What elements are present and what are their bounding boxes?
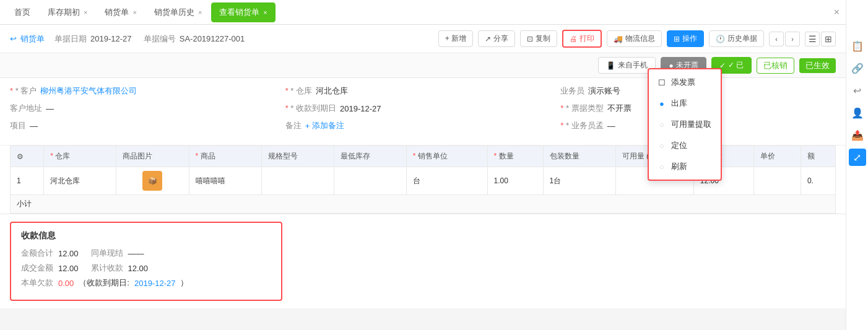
col-settings[interactable]: ⚙ — [11, 146, 44, 167]
warehouse-value: 河北仓库 — [316, 85, 348, 97]
payment-row-2: 成交金额 12.00 累计收款 12.00 — [21, 263, 271, 274]
col-sales-unit: * 销售单位 — [406, 146, 487, 167]
customer-label: * * 客户 — [10, 85, 37, 97]
next-arrow[interactable]: › — [785, 32, 800, 46]
cumulative-value: 12.00 — [128, 264, 149, 273]
same-order-label: 同单现结 — [91, 248, 123, 259]
address-field: 客户地址 — — [10, 103, 285, 114]
customer-field: * * 客户 柳州粤港平安气体有限公司 — [10, 85, 285, 97]
col-product-image: 商品图片 — [116, 146, 189, 167]
tab-sales-history-close[interactable]: × — [198, 9, 202, 16]
plus-icon: + — [305, 121, 310, 131]
tab-view-sales-close[interactable]: × — [263, 9, 267, 16]
circle3-icon: ○ — [658, 141, 666, 150]
truck-icon: 🚚 — [614, 35, 623, 43]
address-value: — — [46, 104, 54, 113]
address-label: 客户地址 — [10, 103, 42, 114]
copy-button[interactable]: ⊡ 复制 — [520, 30, 557, 47]
product-thumbnail: 📦 — [142, 171, 162, 191]
menu-qty-extract[interactable]: ○ 可用量提取 — [649, 114, 721, 135]
ticket-value: 不开票 — [607, 103, 631, 114]
print-button[interactable]: 🖨 打印 — [562, 30, 602, 48]
menu-locate[interactable]: ○ 定位 — [649, 135, 721, 156]
tab-inventory[interactable]: 库存期初 × — [40, 2, 95, 22]
number-label: 单据编号 — [144, 33, 176, 45]
tab-inventory-label: 库存期初 — [48, 7, 80, 18]
subtotal-cell: 小计 — [11, 195, 836, 214]
tab-home[interactable]: 首页 — [6, 2, 38, 22]
logistics-button[interactable]: 🚚 物流信息 — [607, 30, 662, 47]
menu-refresh[interactable]: ○ 刷新 — [649, 156, 721, 177]
doc-actions: + 新增 ↗ 分享 ⊡ 复制 🖨 打印 🚚 物流信息 — [438, 30, 836, 48]
share-button[interactable]: ↗ 分享 — [478, 30, 515, 47]
menu-add-invoice[interactable]: ☐ 添发票 — [649, 72, 721, 93]
bottom-section: 收款信息 金额合计 12.00 同单现结 —— 成交金额 12.00 — [0, 214, 846, 308]
nav-arrows: ‹ › — [769, 32, 800, 46]
tab-sales-close[interactable]: × — [132, 9, 136, 16]
tab-sales-label: 销货单 — [105, 7, 129, 18]
cumulative-label: 累计收款 — [91, 263, 123, 274]
row-index: 1 — [11, 167, 44, 195]
grid-view-btn[interactable]: ⊞ — [821, 32, 836, 46]
row-package-qty: 1台 — [543, 167, 615, 195]
history-button[interactable]: 🕐 历史单据 — [709, 30, 764, 47]
payment-date-value: 2019-12-27 — [340, 104, 381, 113]
transaction-label: 成交金额 — [21, 263, 53, 274]
doc-title-text: 销货单 — [20, 33, 45, 45]
sales-staff-label: * * 业务员孟 — [560, 120, 603, 131]
row-warehouse: 河北仓库 — [44, 167, 116, 195]
customer-value[interactable]: 柳州粤港平安气体有限公司 — [40, 85, 137, 97]
same-order-value: —— — [128, 249, 144, 258]
tab-sales[interactable]: 销货单 × — [97, 2, 144, 22]
total-label: 金额合计 — [21, 248, 53, 259]
new-button[interactable]: + 新增 — [438, 30, 473, 47]
tab-sales-history[interactable]: 销货单历史 × — [146, 2, 210, 22]
effect-badge: 已生效 — [799, 58, 836, 73]
col-amount: 额 — [801, 146, 835, 167]
balance-note: （收款到期日: — [79, 277, 129, 289]
sales-staff-value: — — [607, 121, 615, 131]
list-view-btn[interactable]: ☰ — [805, 32, 820, 46]
same-order-field: 同单现结 —— — [91, 248, 144, 259]
doc-meta: 单据日期 2019-12-27 单据编号 SA-20191227-001 — [54, 33, 245, 45]
print-icon: 🖨 — [570, 35, 577, 43]
circle-icon: ● — [658, 99, 666, 108]
payment-date-label: * * 收款到期日 — [285, 103, 336, 114]
subtotal-label: 小计 — [17, 199, 32, 208]
transaction-field: 成交金额 12.00 — [21, 263, 79, 274]
add-note-button[interactable]: + 添加备注 — [305, 120, 345, 131]
row-min-stock — [334, 167, 406, 195]
tab-home-label: 首页 — [14, 7, 30, 18]
prev-arrow[interactable]: ‹ — [769, 32, 784, 46]
menu-outbound[interactable]: ● 出库 — [649, 93, 721, 114]
row-amount: 0. — [801, 167, 835, 195]
doc-header: ↩ 销货单 单据日期 2019-12-27 单据编号 SA-20191227-0… — [0, 25, 846, 53]
tab-view-sales[interactable]: 查看销货单 × — [211, 2, 275, 22]
menu-locate-label: 定位 — [671, 140, 687, 151]
row-quantity: 1.00 — [487, 167, 543, 195]
date-value: 2019-12-27 — [90, 34, 132, 43]
warehouse-label: * * 仓库 — [285, 85, 312, 97]
tab-inventory-close[interactable]: × — [84, 9, 87, 16]
history-icon: 🕐 — [716, 35, 725, 43]
doc-title-area: ↩ 销货单 — [10, 33, 45, 45]
project-field: 项目 — — [10, 120, 285, 131]
subtotal-row: 小计 — [11, 195, 836, 214]
circle4-icon: ○ — [658, 162, 666, 171]
note-label: 备注 — [285, 120, 302, 131]
view-toggle: ☰ ⊞ — [805, 32, 836, 46]
tab-sales-history-label: 销货单历史 — [154, 7, 194, 18]
ops-button[interactable]: ⊞ 操作 — [667, 30, 704, 47]
col-min-stock: 最低库存 — [334, 146, 406, 167]
total-field: 金额合计 12.00 — [21, 248, 79, 259]
menu-add-invoice-label: 添发票 — [671, 77, 695, 88]
balance-label: 本单欠款 — [21, 277, 53, 289]
balance-field: 本单欠款 0.00 （收款到期日: 2019-12-27 ） — [21, 277, 188, 289]
grid-icon: ⊞ — [674, 35, 680, 43]
payment-date-field: * * 收款到期日 2019-12-27 — [285, 103, 561, 114]
ops-dropdown: ☐ 添发票 ● 出库 ○ 可用量提取 ○ 定位 ○ 刷新 — [648, 68, 722, 181]
row-sales-unit: 台 — [406, 167, 487, 195]
share-icon: ↗ — [485, 35, 491, 43]
window-close-button[interactable]: × — [834, 7, 840, 18]
note-field: 备注 + 添加备注 — [285, 120, 561, 131]
